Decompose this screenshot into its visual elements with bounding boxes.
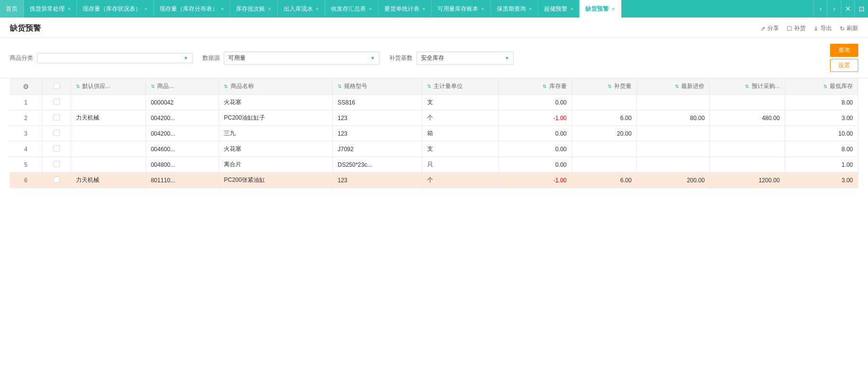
- tab-close-abnormal[interactable]: ×: [68, 6, 71, 12]
- col-header-name: ⇅ 商品名称: [219, 78, 333, 95]
- col-header-unit: ⇅ 主计量单位: [422, 78, 499, 95]
- table-row[interactable]: 5 004800... 离合片 DS250*23c... 只 0.00 1.00: [10, 157, 858, 173]
- sort-replenish-icon[interactable]: ⇅: [608, 84, 612, 89]
- table-row[interactable]: 4 004600... 火花塞 J7092 支 0.00 8.00: [10, 141, 858, 157]
- category-filter-group: 商品分类 ▼: [10, 53, 193, 63]
- cell-check-4[interactable]: [42, 157, 71, 173]
- cell-latest-price-5: 200.00: [637, 173, 710, 188]
- sort-purchase-icon[interactable]: ⇅: [745, 84, 749, 89]
- table-row[interactable]: 3 004200... 三九 123 箱 0.00 20.00 10.00: [10, 126, 858, 141]
- sort-min-icon[interactable]: ⇅: [823, 84, 827, 89]
- sort-stock-icon[interactable]: ⇅: [542, 84, 546, 89]
- cell-replenish-1: 6.00: [572, 110, 637, 126]
- share-icon: ⇗: [760, 25, 765, 32]
- cell-num-2: 3: [10, 126, 42, 141]
- cell-check-2[interactable]: [42, 126, 71, 141]
- cell-check-3[interactable]: [42, 141, 71, 157]
- datasource-label: 数据源: [202, 54, 220, 62]
- sort-code-icon[interactable]: ⇅: [151, 84, 155, 89]
- tab-scroll-right[interactable]: ›: [827, 0, 841, 18]
- tab-close-batch[interactable]: ×: [268, 6, 271, 12]
- setting-button[interactable]: 设置: [830, 59, 858, 72]
- tab-close-expiry[interactable]: ×: [529, 6, 532, 12]
- tab-flow[interactable]: 出入库流水 ×: [278, 0, 325, 18]
- page-header: 缺货预警 ⇗ 分享 ☐ 补货 ⇓ 导出 ↻ 刷新: [0, 18, 868, 38]
- row-checkbox-0[interactable]: [54, 99, 60, 105]
- sort-price-icon[interactable]: ⇅: [675, 84, 679, 89]
- cell-est-purchase-0: [710, 95, 785, 110]
- col-header-est-purchase: ⇅ 预计采购...: [710, 78, 785, 95]
- cell-num-1: 2: [10, 110, 42, 126]
- replenish-button[interactable]: ☐ 补货: [787, 24, 806, 33]
- sort-spec-icon[interactable]: ⇅: [338, 84, 342, 89]
- replenish-basis-select-text: 安全库存: [421, 54, 505, 62]
- tab-close-overstock[interactable]: ×: [570, 6, 573, 12]
- table-row[interactable]: 6 力天机械 801110... PC200张紧油缸 123 个 -1.00 6…: [10, 173, 858, 188]
- table-header-row: ⚙ ⇅ 默认供应... ⇅ 商品... ⇅ 商品名称: [10, 78, 858, 95]
- cell-min-stock-3: 8.00: [785, 141, 858, 157]
- tab-demand[interactable]: 要货单统计表 ×: [379, 0, 432, 18]
- cell-spec-0: SS816: [333, 95, 422, 110]
- share-button[interactable]: ⇗ 分享: [760, 24, 779, 33]
- tab-available[interactable]: 可用量库存账本 ×: [432, 0, 490, 18]
- tab-stock-dist[interactable]: 现存量（库存分布表） ×: [154, 0, 230, 18]
- replenish-basis-select[interactable]: 安全库存 ▼: [416, 52, 514, 65]
- tab-close-all[interactable]: ✕: [841, 0, 854, 18]
- cell-check-1[interactable]: [42, 110, 71, 126]
- replenish-icon: ☐: [787, 25, 792, 32]
- replenish-basis-label: 补货基数: [389, 54, 413, 62]
- cell-stock-5: -1.00: [499, 173, 572, 188]
- tab-expand[interactable]: ⊡: [854, 0, 868, 18]
- datasource-select-text: 可用量: [228, 54, 370, 62]
- table-row[interactable]: 2 力天机械 004200... PC200油缸缸子 123 个 -1.00 6…: [10, 110, 858, 126]
- tab-recv-summary[interactable]: 收发存汇总表 ×: [325, 0, 378, 18]
- query-button[interactable]: 查询: [830, 44, 858, 57]
- cell-num-3: 4: [10, 141, 42, 157]
- tab-close-shortage[interactable]: ×: [612, 6, 615, 12]
- row-checkbox-1[interactable]: [54, 114, 60, 121]
- col-header-code: ⇅ 商品...: [145, 78, 218, 95]
- tab-abnormal[interactable]: 拣货异常处理 ×: [24, 0, 77, 18]
- row-checkbox-2[interactable]: [54, 130, 60, 136]
- cell-min-stock-0: 8.00: [785, 95, 858, 110]
- row-checkbox-5[interactable]: [54, 176, 60, 183]
- tab-close-flow[interactable]: ×: [316, 6, 319, 12]
- export-button[interactable]: ⇓ 导出: [814, 24, 832, 33]
- tab-close-recv-summary[interactable]: ×: [369, 6, 372, 12]
- category-select[interactable]: ▼: [37, 53, 193, 63]
- row-checkbox-4[interactable]: [54, 161, 60, 167]
- cell-unit-3: 支: [422, 141, 499, 157]
- sort-name-icon[interactable]: ⇅: [224, 84, 228, 89]
- tab-scroll-left[interactable]: ‹: [814, 0, 827, 18]
- gear-icon[interactable]: ⚙: [23, 83, 29, 90]
- datasource-select[interactable]: 可用量 ▼: [224, 52, 380, 65]
- cell-spec-4: DS250*23c...: [333, 157, 422, 173]
- page-title: 缺货预警: [10, 23, 41, 34]
- sort-supplier-icon[interactable]: ⇅: [76, 84, 80, 89]
- tab-stock-status[interactable]: 现存量（库存状况表） ×: [77, 0, 153, 18]
- tab-expiry[interactable]: 保质期查询 ×: [491, 0, 538, 18]
- datasource-chevron-down-icon: ▼: [370, 55, 375, 61]
- cell-supplier-2: [71, 126, 145, 141]
- row-checkbox-3[interactable]: [54, 145, 60, 152]
- tab-home[interactable]: 首页: [0, 0, 24, 18]
- tab-close-stock-dist[interactable]: ×: [221, 6, 224, 12]
- cell-replenish-0: [572, 95, 637, 110]
- header-checkbox[interactable]: [54, 83, 60, 89]
- cell-check-5[interactable]: [42, 173, 71, 188]
- table-row[interactable]: 1 0000042 火花塞 SS816 支 0.00 8.00: [10, 95, 858, 110]
- sort-unit-icon[interactable]: ⇅: [427, 84, 431, 89]
- tab-shortage[interactable]: 缺货预警 ×: [579, 0, 621, 18]
- tab-close-stock-status[interactable]: ×: [144, 6, 147, 12]
- tab-close-demand[interactable]: ×: [422, 6, 425, 12]
- tab-overstock[interactable]: 超储预警 ×: [538, 0, 579, 18]
- tab-batch[interactable]: 库存批次账 ×: [230, 0, 277, 18]
- col-header-min-stock: ⇅ 最低库存: [785, 78, 858, 95]
- tab-close-available[interactable]: ×: [481, 6, 484, 12]
- cell-check-0[interactable]: [42, 95, 71, 110]
- cell-est-purchase-3: [710, 141, 785, 157]
- cell-code-2: 004200...: [145, 126, 218, 141]
- cell-est-purchase-5: 1200.00: [710, 173, 785, 188]
- col-header-replenish: ⇅ 补货量: [572, 78, 637, 95]
- refresh-button[interactable]: ↻ 刷新: [840, 24, 858, 33]
